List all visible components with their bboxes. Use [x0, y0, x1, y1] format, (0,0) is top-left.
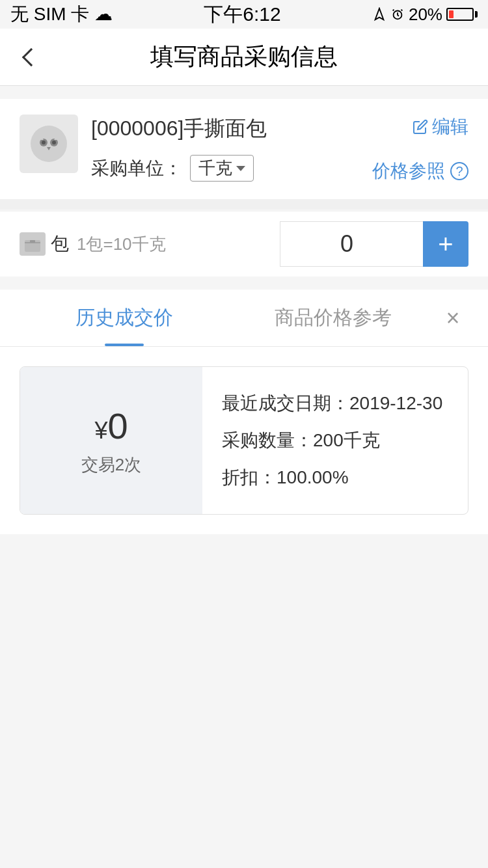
battery-icon: [446, 8, 478, 21]
recent-date-label: 最近成交日期：: [222, 393, 349, 413]
unit-value: 千克: [198, 157, 232, 180]
status-left: 无 SIM 卡 ☁: [10, 2, 113, 27]
price-value: 0: [107, 405, 128, 446]
tab-content: ¥0 交易2次 最近成交日期：2019-12-30 采购数量：200千克 折扣：…: [0, 347, 488, 534]
edit-button[interactable]: 编辑: [413, 115, 468, 139]
quantity-plus-button[interactable]: +: [423, 221, 468, 267]
transaction-count: 交易2次: [81, 454, 141, 476]
product-left-section: [0000006]手撕面包 采购单位： 千克: [20, 115, 267, 182]
tab-close-button[interactable]: ×: [437, 303, 468, 334]
question-icon: ?: [450, 162, 468, 180]
quantity-input-group: +: [280, 221, 468, 267]
purchase-qty-value: 200千克: [313, 430, 380, 450]
product-thumbnail: [20, 115, 78, 173]
svg-point-1: [31, 126, 67, 162]
price-ref-label: 价格参照: [372, 159, 445, 183]
transaction-card: ¥0 交易2次 最近成交日期：2019-12-30 采购数量：200千克 折扣：…: [20, 366, 468, 515]
unit-label: 采购单位：: [91, 156, 182, 181]
tab-history-label: 历史成交价: [75, 305, 173, 331]
status-bar: 无 SIM 卡 ☁ 下午6:12 20%: [0, 0, 488, 29]
alarm-icon: [390, 7, 405, 21]
tab-price-ref-label: 商品价格参考: [275, 305, 392, 331]
discount-label: 折扣：: [222, 467, 277, 487]
section-divider-1: [0, 199, 488, 210]
tab-history-price[interactable]: 历史成交价: [20, 290, 228, 346]
product-top-row: [0000006]手撕面包 采购单位： 千克 编辑 价格参照: [20, 115, 468, 183]
product-unit-row: 采购单位： 千克: [91, 155, 267, 182]
location-icon: [372, 7, 386, 21]
discount-row: 折扣：100.00%: [222, 465, 448, 490]
pkg-equiv-text: 1包=10千克: [77, 233, 166, 256]
battery-percent: 20%: [409, 5, 442, 25]
svg-rect-7: [30, 240, 35, 243]
back-arrow-icon: [22, 47, 40, 66]
product-name: [0000006]手撕面包: [91, 115, 267, 143]
edit-label: 编辑: [432, 115, 468, 139]
quantity-section: 包 1包=10千克 +: [0, 211, 488, 277]
purchase-qty-row: 采购数量：200千克: [222, 427, 448, 453]
back-button[interactable]: [16, 42, 47, 73]
product-card: [0000006]手撕面包 采购单位： 千克 编辑 价格参照: [0, 99, 488, 199]
unit-selector[interactable]: 千克: [190, 155, 254, 182]
discount-value: 100.00%: [277, 467, 349, 487]
sim-signal-text: 无 SIM 卡 ☁: [10, 2, 113, 27]
page-title: 填写商品采购信息: [47, 41, 441, 73]
close-icon: ×: [446, 305, 459, 332]
package-icon: [20, 232, 46, 256]
price-ref-button[interactable]: 价格参照 ?: [372, 159, 468, 183]
dropdown-arrow-icon: [236, 166, 245, 171]
recent-date-row: 最近成交日期：2019-12-30: [222, 390, 448, 416]
svg-point-5: [52, 141, 56, 144]
quantity-input[interactable]: [280, 221, 423, 267]
package-label: 包 1包=10千克: [20, 232, 166, 256]
transaction-details: 最近成交日期：2019-12-30 采购数量：200千克 折扣：100.00%: [202, 367, 468, 514]
edit-icon: [413, 119, 428, 135]
recent-date-value: 2019-12-30: [349, 393, 442, 413]
transaction-price-section: ¥0 交易2次: [20, 367, 202, 514]
status-time: 下午6:12: [204, 1, 280, 28]
quantity-row: 包 1包=10千克 +: [0, 211, 488, 277]
status-right: 20%: [372, 5, 478, 25]
nav-bar: 填写商品采购信息: [0, 29, 488, 86]
tab-active-underline: [105, 344, 144, 346]
price-symbol: ¥: [94, 417, 107, 444]
pkg-text: 包: [51, 232, 69, 256]
product-info-section: [0000006]手撕面包 采购单位： 千克: [91, 115, 267, 182]
tab-product-price-ref[interactable]: 商品价格参考: [228, 290, 437, 346]
transaction-price: ¥0: [94, 405, 128, 447]
tab-section: 历史成交价 商品价格参考 × ¥0 交易2次 最近成交日期：2019-12-30: [0, 290, 488, 534]
purchase-qty-label: 采购数量：: [222, 430, 313, 450]
tab-header: 历史成交价 商品价格参考 ×: [0, 290, 488, 347]
svg-point-4: [42, 141, 46, 144]
